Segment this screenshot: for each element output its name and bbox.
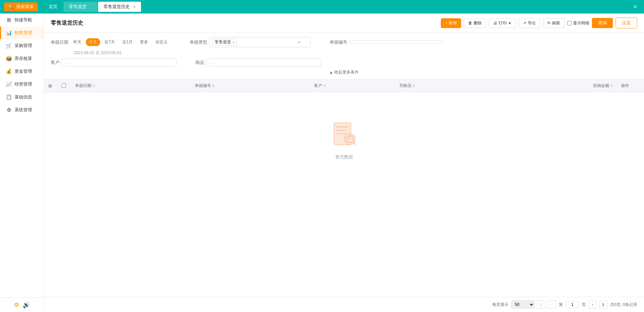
th-voucher-no-sort[interactable]: 单据编号 ⇅ xyxy=(195,83,306,89)
goods-label: 商品 xyxy=(195,60,204,66)
select-all-checkbox[interactable] xyxy=(62,83,66,88)
tab-retail-return-history-close[interactable]: × xyxy=(133,5,135,9)
collapse-section: ▲ 收起更多条件 xyxy=(51,69,637,75)
show-detail-label: 显示明细 xyxy=(573,20,589,26)
th-amount-sort[interactable]: 实销金额 ⇅ xyxy=(501,83,613,89)
delete-icon: 🗑 xyxy=(468,21,472,25)
new-btn[interactable]: + 新增 xyxy=(441,18,461,28)
customer-placeholder: ... xyxy=(65,60,68,65)
customer-label: 客户 xyxy=(51,60,59,66)
collapse-btn[interactable]: ▲ 收起更多条件 xyxy=(329,69,359,75)
tab-retail-return-close[interactable]: × xyxy=(90,5,92,9)
sidebar-item-inventory[interactable]: 📦 库存核算 xyxy=(0,52,44,65)
sidebar-item-quick-nav[interactable]: ⊞ 快捷导航 xyxy=(0,14,44,26)
voucher-no-label: 单据编号 xyxy=(330,39,347,45)
refresh-btn[interactable]: ↻ 刷新 xyxy=(543,18,565,28)
sidebar-item-operations[interactable]: 📈 经营管理 xyxy=(0,78,44,91)
prev-page-btn[interactable]: ‹ xyxy=(548,300,556,309)
sidebar-nav: ⊞ 快捷导航 📊 销售管理 🛒 采购管理 📦 库存核算 💰 资金管理 xyxy=(0,14,44,297)
sidebar: ⊞ 快捷导航 📊 销售管理 🛒 采购管理 📦 库存核算 💰 资金管理 xyxy=(0,14,44,312)
settings-btn-label: 设置 xyxy=(622,20,631,25)
date-btn-today[interactable]: 今天 xyxy=(86,38,100,46)
voucher-type-tag-close[interactable]: × xyxy=(232,40,234,44)
sidebar-item-sales-mgmt[interactable]: 📊 销售管理 xyxy=(0,26,44,39)
page-title: 零售退货历史 xyxy=(51,20,83,27)
th-customer-label: 客户 xyxy=(314,83,322,89)
sidebar-item-finance[interactable]: 💰 资金管理 xyxy=(0,65,44,78)
svg-point-7 xyxy=(348,137,350,139)
svg-rect-2 xyxy=(336,130,346,131)
basic-info-icon: 📋 xyxy=(6,94,12,100)
refresh-btn-label: 刷新 xyxy=(552,20,560,26)
settings-bottom-icon[interactable]: ⚙ xyxy=(14,301,19,309)
th-settings: ⚙ xyxy=(44,80,57,92)
filter-area: 单据日期 昨天 今天 近7天 近1月 更多 自定义 单据类型 xyxy=(44,33,644,80)
content-area: 零售退货历史 + 新增 🗑 删除 🖨 打印 ▼ ↗ xyxy=(44,14,644,312)
table-head: ⚙ 单据日期 ⇅ xyxy=(44,80,644,92)
print-btn[interactable]: 🖨 打印 ▼ xyxy=(489,18,516,28)
th-customer: 客户 ⇅ xyxy=(310,80,395,92)
date-btn-more[interactable]: 更多 xyxy=(137,38,151,46)
query-btn[interactable]: 查询 xyxy=(592,18,613,28)
date-btn-7days[interactable]: 近7天 xyxy=(101,38,118,46)
voucher-date-label: 单据日期 xyxy=(51,39,68,45)
export-btn-label: 导出 xyxy=(528,20,536,26)
sort-customer-icon: ⇅ xyxy=(323,84,326,88)
tab-home[interactable]: 首页 xyxy=(43,0,63,14)
finance-icon: 💰 xyxy=(6,68,12,74)
th-operation-label: 操作 xyxy=(621,83,629,88)
delete-btn[interactable]: 🗑 删除 xyxy=(464,18,486,28)
data-table: ⚙ 单据日期 ⇅ xyxy=(44,80,644,187)
sidebar-item-system-mgmt[interactable]: ⚙ 系统管理 xyxy=(0,104,44,116)
tab-retail-return-history[interactable]: 零售退货历史 × xyxy=(98,2,141,12)
first-page-btn[interactable]: ⟪ xyxy=(537,300,545,309)
window-close-btn[interactable]: × xyxy=(630,2,640,12)
export-btn[interactable]: ↗ 导出 xyxy=(519,18,540,28)
goods-input[interactable]: ... xyxy=(206,59,321,67)
th-customer-sort[interactable]: 客户 ⇅ xyxy=(314,83,391,89)
app-container: 🔍 搜索菜单 首页 零售退货 × 零售退货历史 × × ⊞ xyxy=(0,0,644,312)
page-size-select[interactable]: 50 10 20 100 xyxy=(511,300,534,309)
voucher-type-tag-label: 零售退货 xyxy=(215,39,231,45)
header-actions: + 新增 🗑 删除 🖨 打印 ▼ ↗ 导出 xyxy=(441,18,637,28)
page-unit: 页 xyxy=(582,302,586,308)
tab-bar: 首页 零售退货 × 零售退货历史 × xyxy=(43,0,141,14)
last-page-btn[interactable]: ⟫ xyxy=(599,300,607,309)
sidebar-item-basic-info[interactable]: 📋 基础信息 xyxy=(0,91,44,104)
goods-placeholder: ... xyxy=(209,60,213,65)
th-guide-label: 导购员 xyxy=(399,83,411,89)
empty-icon xyxy=(329,119,359,150)
voucher-no-input[interactable] xyxy=(349,41,444,44)
volume-icon[interactable]: 🔊 xyxy=(23,301,30,309)
sidebar-item-purchase-mgmt[interactable]: 🛒 采购管理 xyxy=(0,39,44,52)
settings-btn[interactable]: 设置 xyxy=(616,18,637,28)
next-page-btn[interactable]: › xyxy=(589,300,597,309)
sidebar-item-finance-label: 资金管理 xyxy=(15,68,32,74)
customer-input[interactable]: ... xyxy=(62,59,176,67)
tab-retail-return[interactable]: 零售退货 × xyxy=(64,2,97,12)
empty-row: 暂无数据 xyxy=(44,92,644,187)
th-checkbox xyxy=(57,80,71,92)
sort-amount-icon: ⇅ xyxy=(610,84,613,88)
main-area: ⊞ 快捷导航 📊 销售管理 🛒 采购管理 📦 库存核算 💰 资金管理 xyxy=(0,14,644,312)
collapse-icon: ▲ xyxy=(329,70,333,75)
date-btn-1month[interactable]: 近1月 xyxy=(119,38,136,46)
th-guide-sort[interactable]: 导购员 ⇅ xyxy=(399,83,494,89)
svg-rect-3 xyxy=(336,133,347,134)
page-number-input[interactable] xyxy=(566,301,579,308)
voucher-type-select[interactable]: 零售退货 × ▼ xyxy=(209,37,311,47)
th-date-sort[interactable]: 单据日期 ⇅ xyxy=(75,83,187,89)
show-detail-checkbox[interactable] xyxy=(567,21,572,25)
th-operation: 操作 xyxy=(617,80,644,92)
date-btn-custom[interactable]: 自定义 xyxy=(152,38,171,46)
show-detail-checkbox-label: 显示明细 xyxy=(567,20,589,26)
filter-row-2: 客户 ... 商品 ... xyxy=(51,59,637,67)
column-settings-icon[interactable]: ⚙ xyxy=(48,83,52,89)
date-range-display: 2023-06-02 至 2023-06-02 xyxy=(74,50,637,56)
print-icon: 🖨 xyxy=(493,21,497,25)
voucher-type-dropdown-icon: ▼ xyxy=(297,40,301,44)
date-btn-yesterday[interactable]: 昨天 xyxy=(70,38,85,46)
search-menu-btn[interactable]: 🔍 搜索菜单 xyxy=(4,2,38,11)
new-btn-label: + 新增 xyxy=(445,20,457,26)
search-menu-label: 搜索菜单 xyxy=(16,4,34,10)
